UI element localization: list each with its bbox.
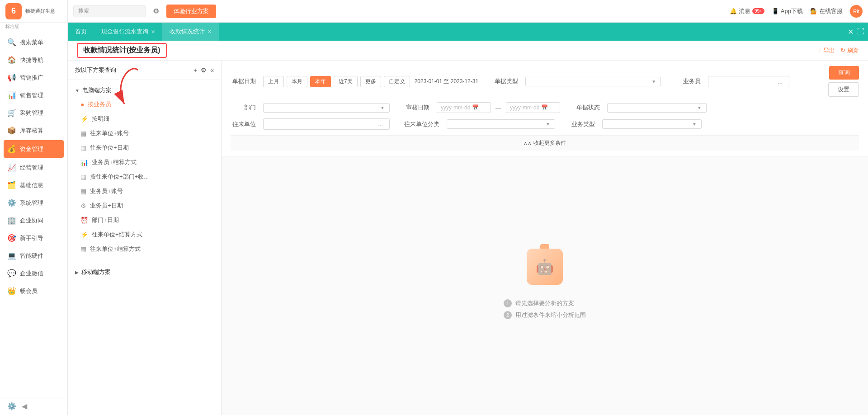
sidebar-nav: 🔍 搜索菜单 🏠 快捷导航 📢 营销推广 📊 销售管理 🛒 采购管理 📦 库存核… — [0, 32, 67, 397]
counter-unit-select[interactable]: ... — [263, 118, 390, 130]
counterparty-account-icon: ▦ — [80, 130, 86, 137]
sidebar-item-label: 库存核算 — [20, 127, 43, 135]
sidebar-item-marketing[interactable]: 📢 营销推广 — [0, 69, 67, 86]
salesman-select[interactable]: ... — [708, 76, 789, 87]
page-title: 收款情况统计(按业务员) — [83, 46, 160, 55]
review-date-to-input[interactable]: yyyy-mm-dd 📅 — [506, 102, 560, 113]
counter-settle1-icon: ⚡ — [80, 231, 88, 238]
sidebar-item-system[interactable]: ⚙️ 系统管理 — [0, 194, 67, 212]
sidebar-item-guide[interactable]: 🎯 新手引导 — [0, 229, 67, 247]
sales-icon: 📊 — [7, 91, 16, 99]
sidebar-item-label: 采购管理 — [20, 109, 43, 117]
tab-bank-flow[interactable]: 现金银行流水查询 ✕ — [94, 23, 162, 41]
gear-icon[interactable]: ⚙ — [153, 7, 159, 15]
sidebar-item-member[interactable]: 👑 畅会员 — [0, 282, 67, 300]
date-btn-this-month[interactable]: 本月 — [287, 76, 307, 87]
doc-status-select[interactable]: ▼ — [607, 103, 707, 113]
sidebar-item-quick-nav[interactable]: 🏠 快捷导航 — [0, 51, 67, 69]
set-button[interactable]: 设置 — [828, 82, 859, 97]
tab-collection-stats-close[interactable]: ✕ — [208, 29, 212, 35]
date-btn-last-month[interactable]: 上月 — [263, 76, 284, 87]
scheme-settings-icon[interactable]: ⚙ — [201, 66, 207, 74]
step-2-num: 2 — [504, 311, 512, 319]
sidebar-item-search[interactable]: 🔍 搜索菜单 — [0, 33, 67, 51]
scheme-item-counterparty-date[interactable]: ▦ 往来单位+日期 — [68, 141, 221, 155]
notification-btn[interactable]: 🔔 消息 99+ — [730, 7, 764, 15]
collapse-more-btn[interactable]: ∧∧ 收起更多条件 — [231, 135, 859, 151]
add-scheme-button[interactable]: + — [193, 66, 197, 74]
date-label: 单据日期 — [231, 77, 256, 85]
query-button[interactable]: 查询 — [829, 66, 859, 80]
desktop-section-label: 电脑端方案 — [82, 86, 112, 94]
date-btn-custom[interactable]: 自定义 — [384, 76, 410, 87]
dept-select[interactable]: ▼ — [263, 103, 390, 113]
scheme-item-dept-date[interactable]: ⏰ 部门+日期 — [68, 213, 221, 227]
empty-step-2: 2 用过滤条件来缩小分析范围 — [504, 311, 586, 319]
mobile-section-toggle[interactable]: ▶ 移动端方案 — [68, 265, 221, 279]
collapse-btn-label: 收起更多条件 — [533, 139, 566, 147]
tab-collection-stats[interactable]: 收款情况统计 ✕ — [162, 23, 219, 41]
sidebar-item-label: 畅会员 — [20, 287, 38, 295]
user-avatar[interactable]: Rit — [850, 5, 863, 18]
biz-type-select[interactable]: ▼ — [602, 119, 702, 129]
sidebar-item-label: 营销推广 — [20, 74, 43, 82]
sidebar-item-enterprise[interactable]: 🏢 企业协同 — [0, 212, 67, 229]
scheme-item-counter-settle1[interactable]: ⚡ 往来单位+结算方式 — [68, 227, 221, 242]
scheme-item-counter-dept[interactable]: ▦ 按往来单位+部门+收... — [68, 170, 221, 184]
salesman-dots[interactable]: ... — [778, 78, 783, 85]
counter-unit-cat-arrow-icon: ▼ — [546, 122, 550, 127]
scheme-item-by-salesman[interactable]: ● 按业务员 — [68, 97, 221, 112]
date-btn-more[interactable]: 更多 — [360, 76, 381, 87]
header-search-input[interactable]: 搜索 — [73, 5, 146, 17]
settings-bottom-icon[interactable]: ⚙️ — [7, 402, 16, 410]
collapse-sidebar-icon[interactable]: ◀ — [22, 402, 27, 410]
expand-arrow-icon: ▼ — [75, 88, 80, 93]
app-download-btn[interactable]: 📱 App下载 — [772, 7, 803, 15]
sidebar-item-purchase[interactable]: 🛒 采购管理 — [0, 104, 67, 122]
panel-header-title: 按以下方案查询 — [75, 66, 190, 74]
date-btn-7days[interactable]: 近7天 — [334, 76, 358, 87]
sidebar-item-wechat[interactable]: 💬 企业微信 — [0, 264, 67, 282]
tab-maximize-icon[interactable]: ⛶ — [857, 28, 864, 36]
sidebar-item-label: 销售管理 — [20, 91, 43, 99]
tab-bank-flow-close[interactable]: ✕ — [151, 29, 155, 35]
sidebar-item-sales[interactable]: 📊 销售管理 — [0, 86, 67, 104]
scheme-item-salesman-date[interactable]: ⚙ 业务员+日期 — [68, 198, 221, 213]
doc-status-arrow-icon: ▼ — [697, 105, 702, 110]
sidebar-item-hardware[interactable]: 💻 智能硬件 — [0, 247, 67, 264]
tab-close-all-icon[interactable]: ✕ — [848, 28, 854, 36]
desktop-section-toggle[interactable]: ▼ 电脑端方案 — [68, 84, 221, 97]
mobile-expand-arrow-icon: ▶ — [75, 270, 79, 275]
export-button[interactable]: ↑ 导出 — [819, 47, 835, 55]
inventory-icon: 📦 — [7, 126, 16, 135]
scheme-item-label: 部门+日期 — [92, 216, 119, 224]
calendar-from-icon: 📅 — [472, 104, 479, 111]
scheme-item-by-detail[interactable]: ⚡ 按明细 — [68, 112, 221, 126]
doc-type-select[interactable]: ▼ — [525, 77, 661, 86]
panel-header: 按以下方案查询 + ⚙ « — [68, 61, 221, 80]
scheme-item-counter-settle2[interactable]: ▦ 往来单位+结算方式 — [68, 242, 221, 256]
tab-home[interactable]: 首页 — [68, 23, 94, 41]
tab-collection-stats-label: 收款情况统计 — [170, 28, 205, 36]
system-icon: ⚙️ — [7, 198, 16, 207]
sidebar-item-operation[interactable]: 📈 经营管理 — [0, 159, 67, 176]
download-icon: 📱 — [772, 8, 779, 14]
sidebar-item-inventory[interactable]: 📦 库存核算 — [0, 122, 67, 139]
sidebar-item-finance[interactable]: 💰 资金管理 — [4, 140, 64, 158]
counter-unit-dots[interactable]: ... — [378, 121, 383, 127]
review-date-from-input[interactable]: yyyy-mm-dd 📅 — [437, 102, 491, 113]
sidebar-item-basic-info[interactable]: 🗂️ 基础信息 — [0, 176, 67, 194]
scheme-item-counterparty-account[interactable]: ▦ 往来单位+账号 — [68, 126, 221, 141]
bell-icon: 🔔 — [730, 8, 737, 14]
scheme-item-salesman-account[interactable]: ▦ 业务员+账号 — [68, 184, 221, 198]
header-right: 🔔 消息 99+ 📱 App下载 💁 在线客服 Rit — [730, 5, 863, 18]
counter-unit-category-select[interactable]: ▼ — [447, 119, 555, 129]
collapse-panel-icon[interactable]: « — [210, 66, 214, 74]
date-btn-this-year[interactable]: 本年 — [310, 76, 331, 87]
scheme-item-salesman-settle[interactable]: 📊 业务员+结算方式 — [68, 155, 221, 170]
doc-type-label: 单据类型 — [493, 77, 518, 85]
online-service-btn[interactable]: 💁 在线客服 — [810, 7, 843, 15]
left-panel: 按以下方案查询 + ⚙ « ▼ 电脑端方案 ● 按业务员 ⚡ — [68, 61, 222, 415]
refresh-button[interactable]: ↻ 刷新 — [840, 47, 859, 55]
trial-button[interactable]: 体验行业方案 — [166, 5, 216, 18]
